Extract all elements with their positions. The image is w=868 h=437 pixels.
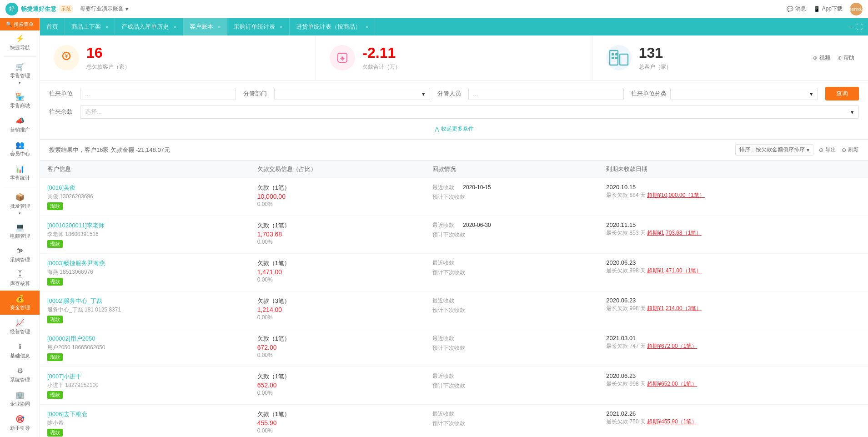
sidebar-item-member[interactable]: 👥 会员中心 [0,137,40,161]
overdue-days-3: 最长欠款 998 天 超期¥1,214.00（3笔） [606,305,861,312]
tab-product-history[interactable]: 产成品入库单历史 × [115,18,183,35]
tab-close-product-history[interactable]: × [173,24,176,30]
query-button[interactable]: 查询 [825,87,859,100]
debt-percent-0: 0.00% [257,201,418,207]
stat-info-2: -2.11 欠款合计（万） [362,45,401,71]
data-table: 客户信息 欠款交易信息（占比） 回款情况 到期未收款日期 [0016]吴俊 吴俊… [40,161,868,437]
sidebar-item-basic-info[interactable]: ℹ 基础信息 [0,339,40,363]
stat-info-1: 16 总欠款客户（家） [86,45,130,71]
filter-label-person: 分管人员 [437,90,465,98]
search-menu-btn[interactable]: 🔍 搜索菜单 [0,18,40,30]
customer-name-link-2[interactable]: [0003]畅捷服务尹海燕 [47,260,105,266]
cell-recovery-0: 最近收款 2020-10-15 预计下次收款 [425,178,599,216]
tab-close-purchase-stats[interactable]: × [366,24,368,30]
purchase-icon: 🛍 [16,247,24,255]
debt-percent-1: 0.00% [257,239,418,245]
top-bar-right: 💬 消息 📱 App下载 demo2 [787,3,863,15]
sidebar-item-inventory[interactable]: 🗄 库存核算 [0,267,40,291]
table-header: 客户信息 欠款交易信息（占比） 回款情况 到期未收款日期 [40,161,868,178]
overdue-amount-link-1[interactable]: 超期¥1,703.68（1笔） [647,230,702,236]
page-content: ¥ 16 总欠款客户（家） ◈ -2.11 欠款合计（万） [40,35,868,437]
avatar[interactable]: demo2 [850,3,863,15]
overdue-days-6: 最长欠款 750 天 超期¥455.90（1笔） [606,418,861,426]
customer-name-link-5[interactable]: [0007]小进干 [47,373,81,380]
customer-unit-input[interactable]: ... [80,88,236,100]
sidebar-item-capital[interactable]: 💰 资金管理 [0,291,40,315]
customer-name-link-3[interactable]: [0002]服务中心_丁磊 [47,297,102,304]
overdue-days-4: 最长欠款 747 天 超期¥672.00（1笔） [606,342,861,350]
export-btn[interactable]: ⊙ 导出 [819,146,836,154]
recovery-next-6: 预计下次收款 [432,420,592,427]
table-row: [0006]去下粮仓 陈小希 现款 欠款（1笔） 455.90 0.00% 最近… [40,405,868,437]
debt-count-6: 欠款（1笔） [257,410,418,418]
debt-amount-5: 652.00 [257,382,418,389]
tab-close-customer-account[interactable]: × [218,24,221,30]
sidebar-item-enterprise[interactable]: 🏢 企业协同 [0,387,40,411]
tab-purchase-stats[interactable]: 进货单统计表（按商品） × [290,18,375,35]
customer-sub-0: 吴俊 13026203696 [47,193,243,201]
sidebar-item-app-center[interactable]: 🔲 应用中心 [0,435,40,437]
tab-purchase-summary[interactable]: 采购订单统计表 × [227,18,289,35]
customer-name-link-6[interactable]: [0006]去下粮仓 [47,411,87,417]
messages-btn[interactable]: 💬 消息 [787,5,806,13]
collapse-filters-btn[interactable]: ⋀ 收起更多条件 [49,123,859,135]
overdue-amount-link-6[interactable]: 超期¥455.90（1笔） [647,418,697,425]
balance-select[interactable]: 选择... ▾ [80,105,859,119]
app-download-btn[interactable]: 📱 App下载 [813,5,843,13]
capital-icon: 💰 [15,294,25,303]
recovery-next-0: 预计下次收款 [432,193,592,201]
tab-close-purchase-summary[interactable]: × [280,24,282,30]
tab-home[interactable]: 首页 [40,18,65,35]
overdue-amount-link-4[interactable]: 超期¥672.00（1笔） [647,343,697,349]
recovery-next-1: 预计下次收款 [432,231,592,239]
unit-category-select[interactable]: ▾ [670,88,818,100]
sidebar-item-purchase[interactable]: 🛍 采购管理 [0,243,40,267]
stats-row: ¥ 16 总欠款客户（家） ◈ -2.11 欠款合计（万） [40,35,868,80]
overdue-amount-link-3[interactable]: 超期¥1,214.00（3笔） [647,305,702,311]
customer-name-link-4[interactable]: [000002]用户2050 [47,335,95,342]
tab-product-listing[interactable]: 商品上下架 × [65,18,115,35]
stat-value-3: 131 [639,45,672,61]
refresh-btn[interactable]: ⊙ 刷新 [842,146,859,154]
table-row: [0002]服务中心_丁磊 服务中心_丁磊 181 0125 8371 现款 欠… [40,291,868,329]
svg-rect-5 [620,54,628,65]
customer-name-link-1[interactable]: [00010200011]李老师 [47,222,105,229]
table-row: [0007]小进干 小进干 18279152100 现款 欠款（1笔） 652.… [40,367,868,405]
tab-customer-account[interactable]: 客户账本 × [183,18,227,35]
minimize-icon[interactable]: − [849,23,853,30]
stat-card-debt-customers: ¥ 16 总欠款客户（家） [40,35,316,80]
sidebar-item-quick-nav[interactable]: ⚡ 快捷导航 [0,30,40,55]
sidebar-item-operations[interactable]: 📈 经营管理 [0,315,40,339]
stat-label-2: 欠款合计（万） [362,63,401,71]
overdue-amount-link-5[interactable]: 超期¥652.00（1笔） [647,381,697,387]
overdue-amount-link-0[interactable]: 超期¥10,000.00（1笔） [647,192,705,198]
filter-row-2: 往来余款 选择... ▾ [49,105,859,119]
tabs-bar: 首页 商品上下架 × 产成品入库单历史 × 客户账本 × 采购订单统计表 × [40,18,868,35]
sidebar-divider-2 [4,187,36,187]
person-input[interactable]: ... [468,88,624,100]
sidebar-item-ecommerce[interactable]: 💻 电商管理 [0,219,40,243]
help-btn[interactable]: ⊙ 帮助 [838,54,854,62]
sidebar-item-newbie[interactable]: 🎯 新手引导 [0,411,40,435]
recovery-label-5: 最近收款 [432,372,592,380]
cell-debt-6: 欠款（1笔） 455.90 0.00% [250,405,425,437]
sidebar-item-retail-mgmt[interactable]: 🛒 零售管理 ▾ [0,59,40,89]
sort-select[interactable]: 排序：按欠款金额倒序排序 ▾ [735,144,813,156]
sidebar-item-marketing[interactable]: 📣 营销推广 [0,113,40,137]
cell-debt-2: 欠款（1笔） 1,471.00 0.00% [250,254,425,291]
overdue-amount-link-2[interactable]: 超期¥1,471.00（1笔） [647,267,702,274]
company-select[interactable]: 母婴行业演示账套 ▾ [76,3,132,15]
tab-close-product-listing[interactable]: × [105,24,108,30]
sidebar-item-batch-mgmt[interactable]: 📦 批发管理 ▾ [0,189,40,219]
svg-text:¥: ¥ [65,53,68,59]
maximize-icon[interactable]: ⛶ [856,23,863,30]
sidebar-item-retail-stats[interactable]: 📊 零售统计 [0,161,40,185]
video-btn[interactable]: ⊙ 视频 [813,54,830,62]
sidebar-item-system[interactable]: ⚙ 系统管理 [0,363,40,387]
sidebar-item-retail-store[interactable]: 🏪 零售商城 [0,89,40,113]
col-customer-info: 客户信息 [40,161,250,178]
department-select[interactable]: ▾ [274,88,430,100]
customer-name-link-0[interactable]: [0016]吴俊 [47,184,75,191]
filter-label-dept: 分管部门 [243,90,271,98]
cell-debt-5: 欠款（1笔） 652.00 0.00% [250,367,425,405]
